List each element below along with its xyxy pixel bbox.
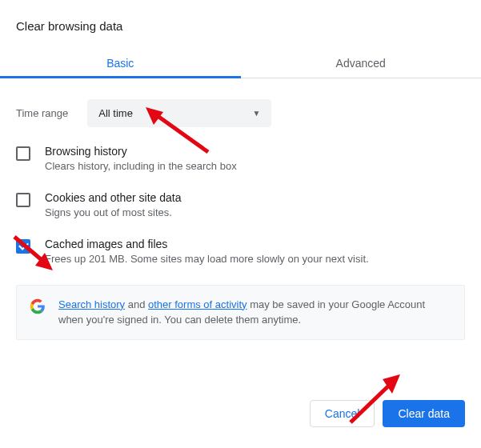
cancel-button[interactable]: Cancel <box>310 400 375 427</box>
option-label: Cached images and files <box>45 238 369 250</box>
option-desc: Signs you out of most sites. <box>45 206 181 220</box>
time-range-select[interactable]: All time ▼ <box>87 99 271 127</box>
tab-advanced[interactable]: Advanced <box>241 47 482 78</box>
tab-basic[interactable]: Basic <box>0 47 241 78</box>
option-cookies: Cookies and other site data Signs you ou… <box>16 191 465 220</box>
dialog-buttons: Cancel Clear data <box>310 400 465 427</box>
option-desc: Frees up 201 MB. Some sites may load mor… <box>45 252 369 266</box>
chevron-down-icon: ▼ <box>252 109 260 118</box>
option-browsing-history: Browsing history Clears history, includi… <box>16 145 465 174</box>
clear-browsing-data-dialog: Clear browsing data Basic Advanced Time … <box>0 0 481 340</box>
svg-marker-5 <box>383 374 400 394</box>
link-search-history[interactable]: Search history <box>58 298 125 310</box>
option-cached: Cached images and files Frees up 201 MB.… <box>16 238 465 266</box>
time-range-label: Time range <box>16 107 68 119</box>
option-desc: Clears history, including in the search … <box>45 159 237 174</box>
checkbox-browsing-history[interactable] <box>16 146 30 161</box>
clear-data-button[interactable]: Clear data <box>383 400 465 427</box>
option-label: Browsing history <box>45 145 237 158</box>
option-label: Cookies and other site data <box>45 191 181 204</box>
tabs: Basic Advanced <box>0 47 481 78</box>
checkbox-cached[interactable] <box>16 239 30 254</box>
link-other-activity[interactable]: other forms of activity <box>148 298 247 310</box>
dialog-title: Clear browsing data <box>16 19 465 33</box>
time-range-value: All time <box>98 107 133 119</box>
google-account-info: Search history and other forms of activi… <box>16 285 465 340</box>
google-logo-icon <box>30 298 46 314</box>
time-range-row: Time range All time ▼ <box>16 99 465 127</box>
info-text: Search history and other forms of activi… <box>58 297 451 328</box>
checkbox-cookies[interactable] <box>16 193 30 207</box>
